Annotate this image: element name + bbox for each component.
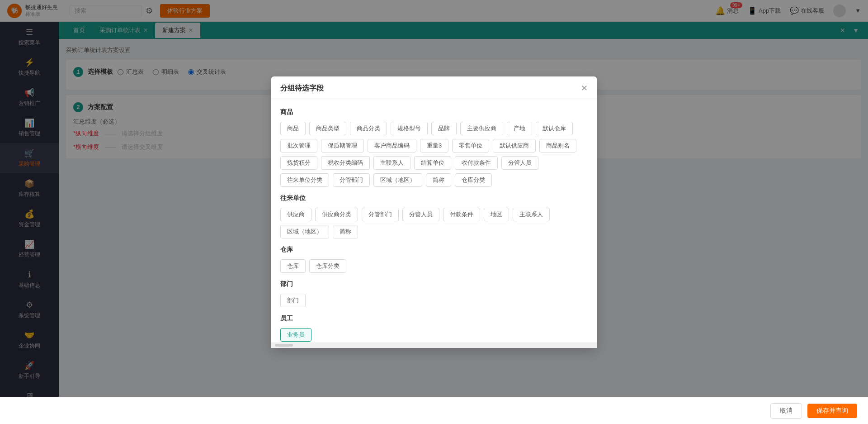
field-tag-supplier[interactable]: 供应商: [280, 208, 311, 221]
goods-field-tags: 商品 商品类型 商品分类 规格型号 品牌 主要供应商 产地 默认仓库 批次管理 …: [280, 122, 588, 187]
field-tag-short-name2[interactable]: 简称: [333, 225, 358, 238]
field-tag-dept[interactable]: 分管部门: [333, 173, 370, 187]
field-tag-alias[interactable]: 商品别名: [539, 139, 576, 152]
field-tag-region2[interactable]: 区域（地区）: [280, 225, 329, 238]
field-tag-default-supplier[interactable]: 默认供应商: [493, 139, 536, 152]
field-tag-manage-person[interactable]: 分管人员: [402, 208, 439, 221]
modal-title: 分组待选字段: [280, 84, 324, 93]
field-tag-weight3[interactable]: 重量3: [420, 139, 448, 152]
warehouse-field-tags: 仓库 仓库分类: [280, 259, 588, 273]
section-title-goods: 商品: [280, 108, 588, 116]
field-tag-brand[interactable]: 品牌: [431, 122, 457, 135]
modal-header: 分组待选字段 ✕: [271, 76, 597, 99]
field-tag-customer-code[interactable]: 客户商品编码: [368, 139, 416, 152]
field-tag-spec[interactable]: 规格型号: [391, 122, 428, 135]
field-tag-origin[interactable]: 产地: [507, 122, 532, 135]
cancel-button[interactable]: 取消: [770, 403, 802, 419]
field-tag-retail-unit[interactable]: 零售单位: [452, 139, 489, 152]
field-tag-pick-score[interactable]: 拣货积分: [280, 156, 317, 170]
staff-field-tags: 业务员: [280, 328, 588, 342]
field-select-modal: 分组待选字段 ✕ 商品 商品 商品类型 商品分类 规格型号 品牌 主要供应商 产…: [271, 76, 597, 348]
modal-overlay: 分组待选字段 ✕ 商品 商品 商品类型 商品分类 规格型号 品牌 主要供应商 产…: [0, 0, 868, 424]
field-tag-goods-category[interactable]: 商品分类: [350, 122, 387, 135]
modal-close-button[interactable]: ✕: [581, 84, 588, 92]
field-tag-manager[interactable]: 分管人员: [501, 156, 538, 170]
field-tag-warehouse-category[interactable]: 仓库分类: [309, 259, 346, 273]
field-tag-department[interactable]: 部门: [280, 294, 306, 307]
department-field-tags: 部门: [280, 294, 588, 307]
field-tag-settlement-unit[interactable]: 结算单位: [414, 156, 451, 170]
modal-scrollbar-area: [271, 343, 597, 348]
section-title-staff: 员工: [280, 314, 588, 323]
field-tag-supplier-cat[interactable]: 供应商分类: [315, 208, 358, 221]
field-tag-default-warehouse[interactable]: 默认仓库: [536, 122, 573, 135]
field-tag-goods-type[interactable]: 商品类型: [309, 122, 346, 135]
field-tag-manage-dept[interactable]: 分管部门: [362, 208, 399, 221]
field-tag-counterpart-category[interactable]: 往来单位分类: [280, 173, 329, 187]
field-tag-salesperson[interactable]: 业务员: [280, 328, 311, 342]
field-tag-main-contact[interactable]: 主联系人: [373, 156, 410, 170]
field-tag-tax-code[interactable]: 税收分类编码: [321, 156, 370, 170]
field-tag-warehouse[interactable]: 仓库: [280, 259, 306, 273]
section-title-counterpart: 往来单位: [280, 194, 588, 202]
field-tag-payment-terms[interactable]: 收付款条件: [455, 156, 498, 170]
page-footer: 取消 保存并查询: [0, 397, 868, 424]
field-tag-region[interactable]: 区域（地区）: [373, 173, 422, 187]
field-tag-expiry[interactable]: 保质期管理: [321, 139, 364, 152]
section-title-department: 部门: [280, 280, 588, 288]
counterpart-field-tags: 供应商 供应商分类 分管部门 分管人员 付款条件 地区 主联系人 区域（地区） …: [280, 208, 588, 238]
horizontal-scrollbar-thumb: [275, 344, 293, 347]
field-tag-batch[interactable]: 批次管理: [280, 139, 317, 152]
save-query-button[interactable]: 保存并查询: [807, 404, 857, 418]
field-tag-main-contact2[interactable]: 主联系人: [513, 208, 550, 221]
field-tag-goods[interactable]: 商品: [280, 122, 306, 135]
field-tag-pay-condition[interactable]: 付款条件: [443, 208, 480, 221]
section-title-warehouse: 仓库: [280, 246, 588, 254]
field-tag-area[interactable]: 地区: [484, 208, 509, 221]
field-tag-short-name[interactable]: 简称: [426, 173, 451, 187]
field-tag-warehouse-cat[interactable]: 仓库分类: [455, 173, 492, 187]
field-tag-main-supplier[interactable]: 主要供应商: [460, 122, 503, 135]
modal-body: 商品 商品 商品类型 商品分类 规格型号 品牌 主要供应商 产地 默认仓库 批次…: [271, 99, 597, 343]
